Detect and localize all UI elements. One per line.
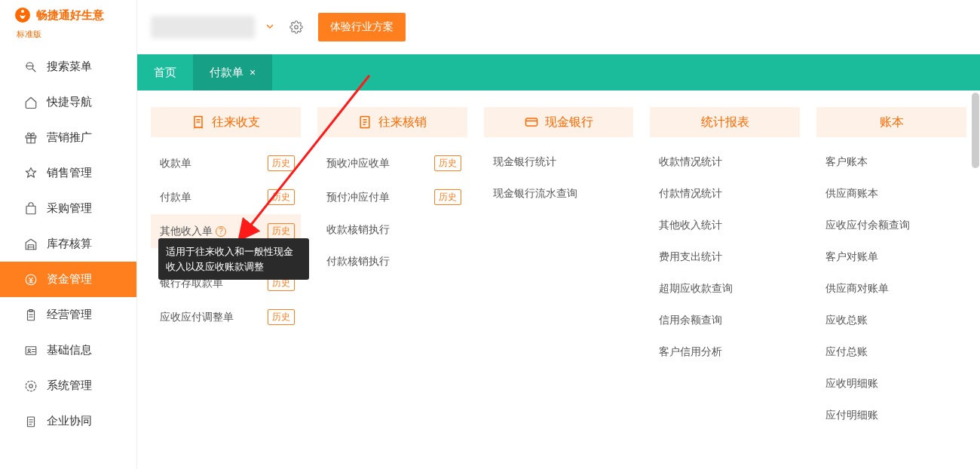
menu-item[interactable]: 其他收入统计 (650, 210, 800, 241)
bag-icon (24, 202, 38, 216)
menu-item-label: 收款情况统计 (659, 155, 722, 169)
tab-label: 首页 (154, 66, 176, 80)
sidebar-item-home[interactable]: 快捷导航 (0, 84, 136, 120)
scrollbar[interactable] (972, 93, 979, 168)
sidebar-item-warehouse[interactable]: 库存核算 (0, 226, 136, 262)
menu-item[interactable]: 供应商账本 (816, 178, 966, 210)
sidebar-item-label: 搜索菜单 (47, 60, 92, 74)
column-items: 收款情况统计付款情况统计其他收入统计费用支出统计超期应收款查询信用余额查询客户信… (650, 146, 800, 368)
menu-item[interactable]: 现金银行流水查询 (484, 178, 634, 210)
menu-item[interactable]: 应付明细账 (816, 400, 966, 431)
menu-item[interactable]: 付款核销执行 (317, 246, 467, 277)
menu-item-label: 供应商对账单 (825, 282, 889, 296)
menu-item-label: 客户信用分析 (659, 345, 722, 359)
menu-item[interactable]: 信用余额查询 (650, 305, 800, 336)
sidebar-item-org[interactable]: 企业协同 (0, 403, 136, 439)
tab-1[interactable]: 付款单× (193, 54, 272, 90)
history-badge[interactable]: 历史 (434, 155, 461, 171)
menu-item[interactable]: 付款单历史 (151, 180, 301, 214)
menu-item[interactable]: 应付总账 (816, 336, 966, 368)
menu-item-label: 客户账本 (825, 155, 868, 169)
sidebar-item-id[interactable]: 基础信息 (0, 333, 136, 368)
sidebar: 畅捷通好生意 标准版 搜索菜单快捷导航营销推广销售管理采购管理库存核算资金管理经… (0, 0, 137, 469)
clipboard-icon (24, 308, 38, 322)
column-header: 现金银行 (484, 107, 634, 137)
menu-item[interactable]: 客户账本 (816, 146, 966, 178)
sidebar-item-clipboard[interactable]: 经营管理 (0, 297, 136, 333)
sidebar-item-label: 快捷导航 (47, 95, 92, 109)
column-4: 账本客户账本供应商账本应收应付余额查询客户对账单供应商对账单应收总账应付总账应收… (816, 107, 966, 431)
menu-item[interactable]: 收款情况统计 (650, 146, 800, 178)
menu-item[interactable]: 客户信用分析 (650, 336, 800, 368)
history-badge[interactable]: 历史 (268, 223, 295, 239)
logo-icon (14, 6, 32, 24)
warehouse-icon (24, 238, 38, 251)
edition-badge: 标准版 (14, 29, 44, 40)
menu-item[interactable]: 供应商对账单 (816, 273, 966, 305)
chevron-down-icon[interactable] (265, 22, 274, 33)
column-header: 账本 (816, 107, 966, 137)
menu-item[interactable]: 应收应付余额查询 (816, 210, 966, 241)
sidebar-item-money[interactable]: 资金管理 (0, 262, 136, 297)
menu-item[interactable]: 付款情况统计 (650, 178, 800, 210)
svg-point-12 (295, 26, 299, 29)
menu-item-label: 超期应收款查询 (659, 282, 733, 296)
sidebar-item-bag[interactable]: 采购管理 (0, 191, 136, 226)
menu-item[interactable]: 应收应付调整单历史 (151, 300, 301, 334)
menu-item-label: 应收应付余额查询 (825, 219, 910, 232)
menu-item-label: 收款单 (160, 157, 191, 170)
menu-item-label: 其他收入单? (160, 225, 226, 238)
menu-item-label: 预收冲应收单 (326, 157, 390, 170)
column-header: 往来核销 (317, 107, 467, 137)
column-title: 往来收支 (212, 115, 260, 130)
svg-point-10 (29, 384, 33, 388)
sidebar-item-search[interactable]: 搜索菜单 (0, 49, 136, 84)
menu-item[interactable]: 预付冲应付单历史 (317, 180, 467, 214)
column-title: 统计报表 (701, 115, 749, 130)
sidebar-item-label: 销售管理 (47, 166, 92, 180)
menu-item[interactable]: 超期应收款查询 (650, 273, 800, 305)
menu-item-label: 应收应付调整单 (160, 311, 234, 324)
history-badge[interactable]: 历史 (268, 155, 295, 171)
sidebar-item-label: 资金管理 (47, 272, 92, 287)
column-items: 客户账本供应商账本应收应付余额查询客户对账单供应商对账单应收总账应付总账应收明细… (816, 146, 966, 431)
menu-item[interactable]: 应收总账 (816, 305, 966, 336)
history-badge[interactable]: 历史 (268, 189, 295, 205)
svg-point-8 (28, 348, 30, 351)
tab-0[interactable]: 首页 (137, 54, 193, 90)
search-icon (24, 60, 38, 74)
help-icon[interactable]: ? (216, 226, 226, 237)
gear-icon[interactable] (285, 16, 308, 38)
sidebar-item-label: 采购管理 (47, 201, 92, 216)
column-header: 统计报表 (650, 107, 800, 137)
org-selector-blurred[interactable] (151, 16, 255, 38)
menu-item[interactable]: 收款核销执行 (317, 214, 467, 246)
cta-button[interactable]: 体验行业方案 (318, 13, 406, 41)
menu-item[interactable]: 预收冲应收单历史 (317, 146, 467, 180)
history-badge[interactable]: 历史 (268, 309, 295, 325)
sidebar-item-gift[interactable]: 营销推广 (0, 120, 136, 155)
header: 体验行业方案 (137, 0, 980, 54)
home-icon (24, 96, 38, 109)
menu-item-label: 收款核销执行 (326, 223, 390, 237)
sidebar-item-sys[interactable]: 系统管理 (0, 368, 136, 403)
menu-item[interactable]: 应收明细账 (816, 368, 966, 400)
menu-item-label: 付款单 (160, 191, 191, 204)
sale-icon (24, 167, 38, 180)
sidebar-item-sale[interactable]: 销售管理 (0, 155, 136, 191)
history-badge[interactable]: 历史 (434, 189, 461, 205)
close-icon[interactable]: × (250, 66, 256, 78)
menu-item[interactable]: 费用支出统计 (650, 241, 800, 273)
menu-item[interactable]: 收款单历史 (151, 146, 301, 180)
logo: 畅捷通好生意 (0, 0, 136, 27)
card-icon (524, 115, 539, 130)
money-icon (24, 273, 38, 287)
menu-item[interactable]: 客户对账单 (816, 241, 966, 273)
column-items: 预收冲应收单历史预付冲应付单历史收款核销执行付款核销执行 (317, 146, 467, 277)
menu-item[interactable]: 现金银行统计 (484, 146, 634, 178)
menu-item-label: 应付明细账 (825, 409, 878, 422)
logo-text: 畅捷通好生意 (36, 8, 104, 23)
content: 往来收支收款单历史付款单历史其他收入单?历史历史银行存取款单历史应收应付调整单历… (137, 90, 980, 469)
menu-item-label: 信用余额查询 (659, 314, 722, 327)
svg-rect-7 (26, 346, 36, 354)
